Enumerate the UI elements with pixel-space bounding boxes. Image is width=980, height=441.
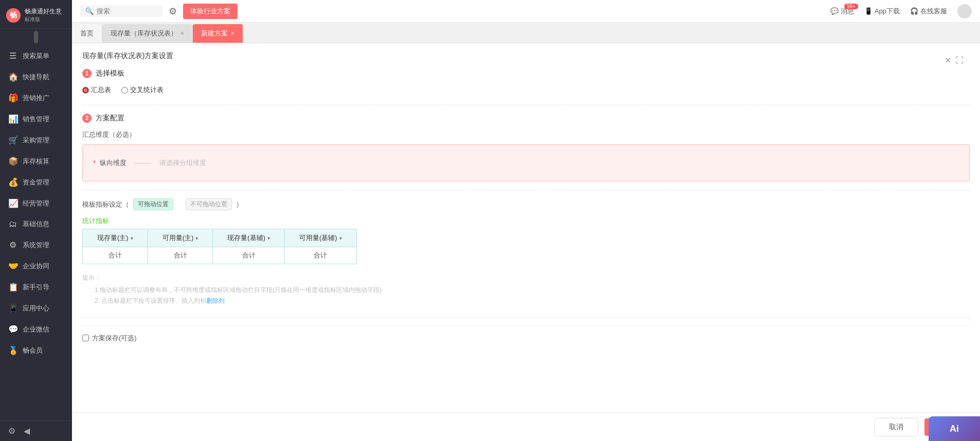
col-header-1[interactable]: 可用量(主) ▾: [148, 229, 213, 247]
search-input[interactable]: [97, 7, 157, 15]
cell-0-1: 合计: [148, 247, 213, 264]
close-inventory-tab[interactable]: ×: [180, 30, 184, 37]
delete-col-link[interactable]: 删除列: [206, 297, 225, 304]
content-wrapper: ✕ ⛶ 现存量(库存状况表)方案设置 1 选择模板 汇总表 交叉统: [82, 51, 970, 350]
close-panel-btn[interactable]: ✕: [945, 56, 951, 65]
sidebar-item-9[interactable]: ⚙系统管理: [0, 234, 72, 255]
cell-0-2: 合计: [213, 247, 285, 264]
sidebar-icon-13: 💬: [8, 324, 17, 334]
col-chevron-3[interactable]: ▾: [339, 235, 342, 241]
save-option: 方案保存(可选): [82, 326, 970, 350]
indicator-settings: 模板指标设定（ 可拖动位置 不可拖动位置 ）: [82, 198, 970, 210]
search-box[interactable]: 🔍: [80, 5, 162, 17]
sidebar-item-6[interactable]: 💰资金管理: [0, 172, 72, 193]
header-left: 🔍 ⚙ 体验行业方案: [80, 4, 238, 19]
sidebar: 畅 畅康通好生意 标准版 ☰搜索菜单🏠快捷导航🎁营销推广📊销售管理🛒采购管理📦库…: [0, 0, 72, 441]
dimension-label: 汇总维度（必选）: [82, 130, 970, 139]
tab-inventory[interactable]: 现存量（库存状况表） ×: [102, 24, 193, 43]
dim-asterisk: *: [93, 159, 96, 167]
sidebar-icon-4: 🛒: [8, 135, 17, 145]
sidebar-icon-9: ⚙: [8, 240, 17, 250]
save-checkbox[interactable]: [82, 335, 89, 341]
sidebar-item-11[interactable]: 📋新手引导: [0, 277, 72, 298]
tab-home[interactable]: 首页: [72, 24, 102, 43]
new-scheme-tab-label: 新建方案: [201, 29, 228, 38]
settings-icon[interactable]: ⚙: [8, 426, 15, 436]
save-option-label: 方案保存(可选): [92, 334, 137, 343]
sidebar-nav: ☰搜索菜单🏠快捷导航🎁营销推广📊销售管理🛒采购管理📦库存核算💰资金管理📈经营管理…: [0, 29, 72, 420]
step1-label: 选择模板: [96, 69, 124, 78]
app-download-action[interactable]: 📱 App下载: [864, 7, 900, 16]
sidebar-item-14[interactable]: 🏅畅会员: [0, 340, 72, 361]
sidebar-label-13: 企业微信: [23, 325, 49, 334]
divider-2: [82, 190, 970, 190]
radio-cross[interactable]: 交叉统计表: [121, 85, 164, 95]
logo-text: 畅康通好生意 标准版: [25, 7, 62, 23]
settings-gear-icon[interactable]: ⚙: [169, 6, 177, 17]
cell-0-3: 合计: [285, 247, 357, 264]
sidebar-item-8[interactable]: 🗂基础信息: [0, 214, 72, 234]
step1-title: 1 选择模板: [82, 69, 970, 78]
trial-btn[interactable]: 体验行业方案: [183, 4, 238, 19]
close-new-scheme-tab[interactable]: ×: [231, 30, 234, 37]
sidebar-item-5[interactable]: 📦库存核算: [0, 151, 72, 172]
sidebar-label-14: 畅会员: [23, 346, 43, 355]
collapse-icon[interactable]: ◀: [24, 426, 30, 436]
ai-badge[interactable]: Ai: [929, 416, 980, 441]
online-service-action[interactable]: 🎧 在线客服: [910, 7, 947, 16]
home-tab-label: 首页: [80, 29, 94, 38]
step2-section: 2 方案配置 汇总维度（必选） * 纵向维度 —— 请选择分组维度 模板指标设定…: [82, 114, 970, 307]
cancel-button[interactable]: 取消: [874, 418, 918, 436]
content-panel: ✕ ⛶ 现存量(库存状况表)方案设置 1 选择模板 汇总表 交叉统: [72, 43, 980, 412]
app-logo: 畅 畅康通好生意 标准版: [0, 0, 72, 29]
stats-section: 统计指标 现存量(主) ▾: [82, 216, 970, 264]
expand-panel-btn[interactable]: ⛶: [955, 56, 964, 65]
sidebar-icon-10: 🤝: [8, 261, 17, 271]
sidebar-item-4[interactable]: 🛒采购管理: [0, 130, 72, 151]
indicator-settings-prefix: 模板指标设定（: [82, 200, 129, 209]
sidebar-item-13[interactable]: 💬企业微信: [0, 319, 72, 340]
stats-data-row: 合计 合计 合计 合计: [83, 247, 357, 264]
sidebar-label-2: 营销推广: [23, 94, 49, 103]
sidebar-label-5: 库存核算: [23, 157, 49, 166]
sidebar-item-2[interactable]: 🎁营销推广: [0, 87, 72, 108]
radio-cross-input[interactable]: [121, 87, 128, 94]
tab-new-scheme[interactable]: 新建方案 ×: [193, 24, 243, 43]
sidebar-item-12[interactable]: 📱应用中心: [0, 298, 72, 319]
col-header-0[interactable]: 现存量(主) ▾: [83, 229, 148, 247]
top-header: 🔍 ⚙ 体验行业方案 💬 消息 99+ 📱 App下载 🎧 在线客服: [72, 0, 980, 23]
sidebar-icon-7: 📈: [8, 198, 17, 208]
sidebar-label-8: 基础信息: [23, 219, 49, 229]
sidebar-icon-6: 💰: [8, 177, 17, 187]
sidebar-item-7[interactable]: 📈经营管理: [0, 193, 72, 214]
sidebar-label-11: 新手引导: [23, 283, 49, 292]
sidebar-label-12: 应用中心: [23, 304, 49, 313]
dimension-required-box[interactable]: * 纵向维度 —— 请选择分组维度: [82, 144, 970, 181]
logo-icon: 畅: [6, 8, 21, 23]
app-edition: 标准版: [25, 16, 62, 23]
header-right: 💬 消息 99+ 📱 App下载 🎧 在线客服: [830, 4, 972, 19]
sidebar-label-1: 快捷导航: [23, 72, 49, 82]
col-label-0: 现存量(主): [97, 233, 129, 243]
col-chevron-0[interactable]: ▾: [131, 235, 133, 241]
col-header-3[interactable]: 可用量(基辅) ▾: [285, 229, 357, 247]
sidebar-item-3[interactable]: 📊销售管理: [0, 108, 72, 130]
radio-summary[interactable]: 汇总表: [82, 85, 111, 95]
sidebar-item-1[interactable]: 🏠快捷导航: [0, 66, 72, 87]
sidebar-item-10[interactable]: 🤝企业协同: [0, 255, 72, 277]
panel-controls: ✕ ⛶: [945, 56, 964, 65]
radio-summary-label: 汇总表: [91, 85, 111, 95]
col-chevron-1[interactable]: ▾: [195, 235, 198, 241]
message-action[interactable]: 💬 消息 99+: [830, 7, 854, 16]
sidebar-item-0[interactable]: ☰搜索菜单: [0, 45, 72, 66]
stats-title: 统计指标: [82, 216, 970, 226]
sidebar-icon-14: 🏅: [8, 345, 17, 355]
radio-cross-label: 交叉统计表: [130, 85, 164, 95]
indicator-settings-suffix: ）: [236, 200, 243, 209]
col-chevron-2[interactable]: ▾: [267, 235, 270, 241]
sidebar-label-10: 企业协同: [23, 262, 49, 271]
user-avatar[interactable]: [957, 4, 972, 19]
radio-summary-input[interactable]: [82, 87, 89, 94]
sidebar-icon-0: ☰: [8, 51, 17, 61]
col-header-2[interactable]: 现存量(基辅) ▾: [213, 229, 285, 247]
